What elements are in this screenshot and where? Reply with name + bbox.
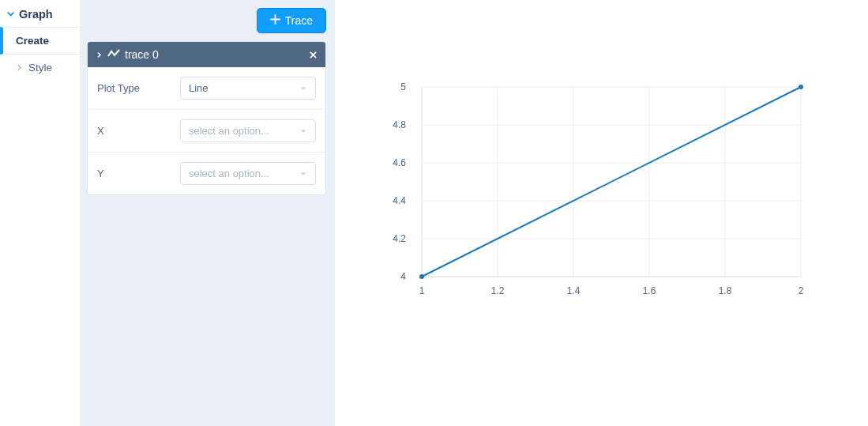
add-trace-button[interactable]: Trace <box>257 8 326 33</box>
x-tick-label: 2 <box>798 285 804 296</box>
series-line <box>422 87 801 277</box>
x-tick-label: 1.8 <box>719 285 732 296</box>
sidebar-nav: Graph Create Style <box>0 0 81 426</box>
trace-title: trace 0 <box>125 48 159 61</box>
plus-icon <box>270 14 285 27</box>
field-x: X select an option... <box>88 109 325 152</box>
x-tick-label: 1.2 <box>491 285 505 296</box>
line-chart: 11.21.41.61.8244.24.44.64.85 <box>335 0 868 426</box>
field-y: Y select an option... <box>88 152 325 194</box>
trace-header[interactable]: trace 0 <box>88 42 325 67</box>
chevron-right-icon <box>16 64 25 71</box>
y-placeholder: select an option... <box>189 168 269 179</box>
plot-type-select[interactable]: Line <box>180 77 316 100</box>
config-panel: Trace trace 0 Plot Type <box>81 0 335 426</box>
y-label: Y <box>97 168 180 179</box>
y-tick-label: 4 <box>400 271 406 282</box>
x-label: X <box>97 125 180 137</box>
y-tick-label: 4.4 <box>393 195 406 206</box>
sidebar-item-create[interactable]: Create <box>0 27 80 55</box>
caret-down-icon <box>299 127 307 135</box>
x-tick-label: 1.6 <box>643 285 656 296</box>
chart-area[interactable]: 11.21.41.61.8244.24.44.64.85 <box>335 0 868 426</box>
y-select[interactable]: select an option... <box>180 162 316 185</box>
y-tick-label: 5 <box>400 81 406 92</box>
add-trace-button-label: Trace <box>285 14 313 27</box>
x-tick-label: 1 <box>419 285 425 296</box>
x-placeholder: select an option... <box>189 125 269 137</box>
plot-type-label: Plot Type <box>97 82 180 94</box>
caret-down-icon <box>299 170 307 178</box>
caret-down-icon <box>299 85 307 92</box>
y-tick-label: 4.2 <box>393 233 406 244</box>
sidebar-item-create-label: Create <box>16 35 49 47</box>
field-plot-type: Plot Type Line <box>88 67 325 109</box>
y-tick-label: 4.8 <box>393 119 406 130</box>
x-tick-label: 1.4 <box>567 285 581 296</box>
chevron-right-icon <box>96 48 103 61</box>
series-point <box>798 85 803 89</box>
graph-section-toggle[interactable]: Graph <box>0 0 80 27</box>
chevron-down-icon <box>6 8 19 21</box>
trace-card: trace 0 Plot Type Line X select an <box>87 41 326 195</box>
line-chart-icon <box>107 48 120 61</box>
sidebar-item-style[interactable]: Style <box>0 55 80 81</box>
graph-section-label: Graph <box>19 8 53 21</box>
y-tick-label: 4.6 <box>393 157 406 168</box>
close-icon[interactable] <box>309 51 318 59</box>
x-select[interactable]: select an option... <box>180 119 316 142</box>
sidebar-item-style-label: Style <box>28 62 52 74</box>
series-point <box>419 274 424 279</box>
plot-type-value: Line <box>189 82 209 94</box>
